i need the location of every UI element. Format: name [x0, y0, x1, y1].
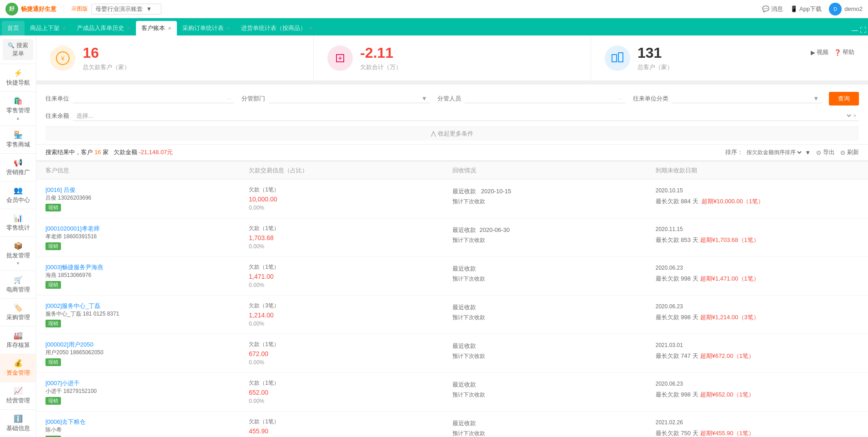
debt-info-5: 欠款（1笔） 652.00 0.00% [249, 379, 452, 404]
sidebar-item-ecommerce[interactable]: 🛒 电商管理 [0, 271, 36, 299]
recovery-info-3: 最近收款 预计下次收款 [452, 302, 656, 322]
col-header-recovery: 回收情况 [452, 166, 656, 175]
stat-icon-total-customers [605, 45, 630, 71]
tab-purchase-stats[interactable]: 进货单统计表（按商品） ✕ [236, 21, 318, 35]
sidebar-item-retail-stats[interactable]: 📊 零售统计 [0, 209, 36, 237]
filter-category-select-wrapper: ▼ [672, 94, 822, 103]
filter-supplier-label: 往来单位 [45, 95, 69, 103]
sidebar-search-btn[interactable]: 🔍 搜索菜单 [3, 39, 33, 60]
stat-label-debt-customers: 总欠款客户（家） [83, 63, 130, 71]
app-download-btn[interactable]: 📱 App下载 [790, 5, 822, 13]
filter-dept: 分管部门 ▼ [241, 94, 430, 103]
search-button[interactable]: 查询 [829, 92, 859, 105]
filter-person-input-wrapper: ··· [465, 94, 626, 103]
filters-section: 往来单位 ··· 分管部门 ▼ 分管人员 [36, 85, 868, 144]
operation-icon: 📈 [2, 387, 34, 395]
customer-info-6: [0006]去下粮仓 陈小希 现销 [45, 418, 249, 437]
results-info: 搜索结果中，客户 16 家 欠款金额 -21,148.07元 排序： 按欠款金额… [36, 144, 868, 160]
basic-info-icon: ℹ️ [2, 414, 34, 423]
retail-mgmt-icon: 🛍️ [2, 96, 34, 105]
filter-category: 往来单位分类 ▼ [633, 94, 822, 103]
customer-info-2: [0003]畅捷服务尹海燕 海燕 18513066976 现销 [45, 263, 249, 289]
help-btn[interactable]: ❓ 帮助 [834, 48, 854, 56]
tab-close-customer-account[interactable]: ✕ [168, 26, 171, 31]
customer-phone-0: 吕俊 13026203696 [45, 194, 249, 202]
message-btn[interactable]: 💬 消息 [762, 5, 783, 13]
stat-icon-debt-amount [327, 45, 353, 71]
tab-product-history[interactable]: 产成品入库单历史 ✕ [71, 21, 136, 35]
store-selector[interactable]: 母婴行业演示账套 ▼ [91, 4, 161, 15]
sidebar-item-batch-mgmt[interactable]: 📦 批发管理 ▼ [0, 237, 36, 271]
table-row: [0016] 吕俊 吕俊 13026203696 现销 欠款（1笔） 10,00… [36, 180, 868, 218]
dept-chevron-icon[interactable]: ▼ [421, 95, 427, 102]
retail-stats-icon: 📊 [2, 214, 34, 222]
user-avatar-btn[interactable]: D demo2 [829, 3, 863, 15]
main-layout: 🔍 搜索菜单 ⚡ 快捷导航 🛍️ 零售管理 ▲ 🏪 零售商城 📢 营销推广 👥 … [0, 35, 868, 437]
table-row: [0007]小进干 小进干 18279152100 现销 欠款（1笔） 652.… [36, 373, 868, 412]
table-row: [0001020001]孝老师 孝老师 18600391516 现销 欠款（1笔… [36, 218, 868, 257]
max-days-0: 最长欠款 884 天 超期¥10,000.00（1笔） [656, 196, 859, 207]
col-header-debt-info: 欠款交易信息（占比） [249, 166, 452, 175]
tab-close-product-status[interactable]: ✕ [62, 26, 66, 31]
tab-home[interactable]: 首页 [2, 21, 25, 35]
tab-close-product-history[interactable]: ✕ [127, 26, 130, 31]
sidebar-item-finance[interactable]: 💰 资金管理 [0, 354, 36, 382]
overdue-info-2: 2020.06.23 最长欠款 998 天超期¥1,471.00（1笔） [656, 263, 859, 284]
sidebar-item-inventory[interactable]: 🏭 库存核算 [0, 326, 36, 354]
nav-tabs: 首页 商品上下架 ✕ 产成品入库单历史 ✕ 客户账本 ✕ 采购订单统计表 ✕ 进… [0, 18, 868, 35]
last-collection-0: 最近收款 2020-10-15 [452, 186, 656, 197]
sidebar-item-operation[interactable]: 📈 经营管理 [0, 382, 36, 410]
supplier-input[interactable] [75, 95, 226, 102]
tab-close-purchase-order[interactable]: ✕ [226, 26, 230, 31]
sidebar-item-retail-mgmt[interactable]: 🛍️ 零售管理 ▲ [0, 92, 36, 126]
logo-area: 好 畅捷通好生意 [5, 3, 56, 15]
top-bar: 好 畅捷通好生意 示图版 母婴行业演示账套 ▼ 💬 消息 📱 App下载 D d… [0, 0, 868, 18]
quick-nav-icon: ⚡ [2, 69, 34, 77]
ecommerce-icon: 🛒 [2, 276, 34, 284]
overdue-info-0: 2020.10.15 最长欠款 884 天 超期¥10,000.00（1笔） [656, 186, 859, 206]
batch-mgmt-icon: 📦 [2, 241, 34, 250]
category-chevron-icon[interactable]: ▼ [813, 95, 819, 102]
balance-chevron-icon: ▼ [853, 113, 857, 118]
supplier-dots[interactable]: ··· [226, 95, 231, 102]
tab-maximize-btn[interactable]: ⛶ [860, 26, 866, 34]
table-row: [0002]服务中心_丁磊 服务中心_丁磊 181 0125 8371 现销 欠… [36, 296, 868, 334]
tab-customer-account[interactable]: 客户账本 ✕ [136, 21, 177, 35]
export-btn[interactable]: ⊙ 导出 [816, 148, 835, 156]
message-icon: 💬 [762, 5, 769, 12]
tab-product-status[interactable]: 商品上下架 ✕ [25, 21, 71, 35]
app-download-icon: 📱 [790, 5, 798, 12]
overdue-link-0[interactable]: 超期¥10,000.00（1笔） [702, 198, 764, 205]
sidebar-search: 🔍 搜索菜单 [0, 35, 36, 64]
sidebar-item-member[interactable]: 👥 会员中心 [0, 181, 36, 209]
debt-amount-0[interactable]: 10,000.00 [249, 196, 452, 203]
person-input[interactable] [467, 95, 618, 102]
tab-close-purchase-stats[interactable]: ✕ [309, 26, 312, 31]
tab-purchase-order[interactable]: 采购订单统计表 ✕ [177, 21, 236, 35]
sidebar-item-basic-info[interactable]: ℹ️ 基础信息 [0, 410, 36, 437]
filter-category-label: 往来单位分类 [633, 95, 668, 103]
stat-value-debt-customers: 16 [83, 45, 130, 61]
sort-select[interactable]: 按欠款金额倒序排序 [745, 149, 803, 156]
tab-minimize-btn[interactable]: — [852, 26, 858, 34]
recovery-info-4: 最近收款 预计下次收款 [452, 341, 656, 361]
sidebar-item-marketing[interactable]: 📢 营销推广 [0, 154, 36, 181]
sidebar-item-retail-mall[interactable]: 🏪 零售商城 [0, 126, 36, 154]
stat-value-total-customers: 131 [637, 45, 673, 61]
sidebar-item-purchase[interactable]: 🏷️ 采购管理 [0, 299, 36, 326]
inventory-icon: 🏭 [2, 331, 34, 340]
person-dots[interactable]: ··· [618, 95, 623, 102]
svg-rect-2 [612, 55, 617, 62]
refresh-btn[interactable]: ⊙ 刷新 [840, 148, 859, 156]
customer-info-3: [0002]服务中心_丁磊 服务中心_丁磊 181 0125 8371 现销 [45, 302, 249, 327]
sidebar-item-quick-nav[interactable]: ⚡ 快捷导航 [0, 64, 36, 92]
debt-info-1: 欠款（1笔） 1,703.68 0.00% [249, 225, 452, 250]
stats-bar: ¥ 16 总欠款客户（家） -2.11 欠款合计（万） [36, 35, 868, 81]
marketing-icon: 📢 [2, 158, 34, 167]
table-row: [000002]用户2050 用户2050 18665062050 现销 欠款（… [36, 334, 868, 373]
collapse-btn[interactable]: ⋀ 收起更多条件 [45, 126, 859, 141]
video-btn[interactable]: ▶ 视频 [811, 48, 828, 56]
stat-value-debt-amount: -2.11 [360, 45, 401, 61]
balance-select[interactable]: 选择... [75, 112, 853, 120]
refresh-icon: ⊙ [840, 149, 845, 156]
